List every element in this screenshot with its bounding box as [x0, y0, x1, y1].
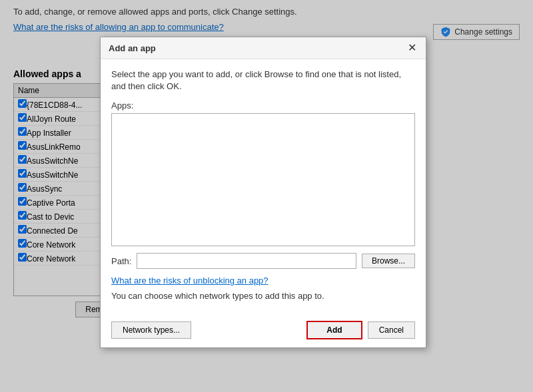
network-types-button[interactable]: Network types...	[111, 321, 191, 339]
browse-button[interactable]: Browse...	[362, 254, 415, 268]
dialog-titlebar: Add an app ✕	[101, 37, 426, 59]
path-row: Path: Browse...	[111, 253, 415, 269]
cancel-button[interactable]: Cancel	[368, 321, 415, 339]
network-info-text: You can choose which network types to ad…	[111, 291, 415, 301]
dialog-footer: Network types... Add Cancel	[101, 315, 426, 347]
add-button[interactable]: Add	[306, 321, 362, 339]
dialog-title: Add an app	[109, 43, 156, 53]
apps-listbox[interactable]	[111, 113, 415, 246]
add-app-dialog: Add an app ✕ Select the app you want to …	[100, 37, 426, 348]
path-label: Path:	[111, 256, 131, 266]
dialog-close-button[interactable]: ✕	[406, 43, 418, 53]
path-input[interactable]	[137, 253, 356, 269]
dialog-body: Select the app you want to add, or click…	[101, 59, 426, 315]
risks-link[interactable]: What are the risks of unblocking an app?	[111, 276, 415, 286]
apps-field-label: Apps:	[111, 100, 415, 110]
dialog-description: Select the app you want to add, or click…	[111, 69, 415, 93]
